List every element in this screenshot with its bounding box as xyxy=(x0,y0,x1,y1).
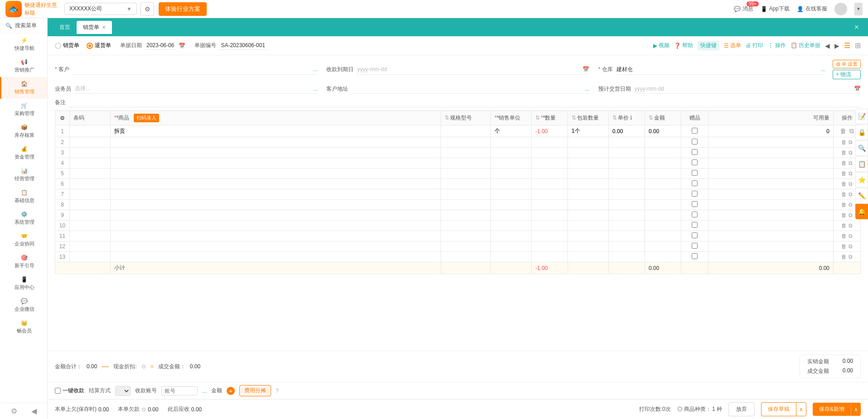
expense-help-icon[interactable]: ? xyxy=(276,388,279,394)
copy-icon[interactable]: ⧉ xyxy=(849,139,853,145)
online-service-btn[interactable]: 👤 在线客服 xyxy=(797,5,827,13)
one-click-payment-checkbox[interactable]: 一键收款 xyxy=(55,387,84,395)
delete-icon[interactable]: 🗑 xyxy=(841,202,847,208)
abandon-btn[interactable]: 放弃 xyxy=(728,402,755,416)
warehouse-dots[interactable]: ... xyxy=(821,66,825,72)
action-select[interactable]: ☰ 选单 xyxy=(724,42,741,49)
gift-checkbox[interactable] xyxy=(692,253,698,259)
order-no-value[interactable]: SA-20230606-001 xyxy=(219,41,267,50)
settings-gear-btn[interactable]: ⚙ xyxy=(141,2,154,16)
copy-icon[interactable]: ⧉ xyxy=(849,127,854,135)
cell-qty[interactable]: -1.00 xyxy=(532,125,568,137)
save-new-btn[interactable]: 保存&新增 xyxy=(813,403,851,416)
copy-icon[interactable]: ⧉ xyxy=(849,191,853,197)
avatar[interactable] xyxy=(834,3,847,15)
float-btn-search[interactable]: 🔍 xyxy=(855,140,868,156)
delete-icon[interactable]: 🗑 xyxy=(841,139,847,145)
action-video[interactable]: ▶ 视频 xyxy=(653,42,669,49)
company-selector[interactable]: XXXXXX公司 ▼ xyxy=(64,3,137,15)
action-print[interactable]: 🖨 打印 xyxy=(746,42,763,49)
salesperson-dots[interactable]: ... xyxy=(313,86,317,92)
delete-icon[interactable]: 🗑 xyxy=(841,233,847,239)
sidebar-item-system[interactable]: ⚙️ 系统管理 xyxy=(0,207,47,229)
gift-checkbox[interactable] xyxy=(692,232,698,238)
tab-home[interactable]: 首页 xyxy=(53,21,77,34)
sidebar-item-quick-nav[interactable]: ⚡ 快捷导航 xyxy=(0,34,47,55)
copy-icon[interactable]: ⧉ xyxy=(849,181,853,187)
gift-checkbox[interactable] xyxy=(692,243,698,249)
customer-input[interactable]: ... xyxy=(73,65,317,75)
delete-icon[interactable]: 🗑 xyxy=(841,149,847,156)
sidebar-item-sales[interactable]: 🏠 销售管理 xyxy=(0,77,47,99)
sidebar-item-enterprise[interactable]: 🤝 企业协同 xyxy=(0,229,47,251)
action-help[interactable]: ❓ 帮助 xyxy=(674,42,693,49)
sidebar-item-wechat[interactable]: 💬 企业微信 xyxy=(0,294,47,316)
delete-icon[interactable]: 🗑 xyxy=(841,160,847,166)
action-history[interactable]: 📋 历史单据 xyxy=(790,42,820,49)
save-new-expand-btn[interactable]: ∧ xyxy=(851,403,861,416)
radio-sales-order[interactable]: 销货单 xyxy=(55,42,79,49)
expected-date-input[interactable]: yyyy-mm-dd 📅 xyxy=(635,84,861,94)
gift-checkbox[interactable] xyxy=(692,139,698,144)
cell-price[interactable]: 0.00 xyxy=(609,125,645,137)
sidebar-item-purchase[interactable]: 🛒 采购管理 xyxy=(0,99,47,120)
sidebar-item-marketing[interactable]: 📢 营销推广 xyxy=(0,55,47,77)
copy-icon[interactable]: ⧉ xyxy=(849,243,853,250)
sidebar-item-guide[interactable]: 🎯 新手引导 xyxy=(0,251,47,273)
delete-icon[interactable]: 🗑 xyxy=(841,254,847,260)
cell-product[interactable]: 拆贡 xyxy=(111,125,441,137)
settings-action-btn[interactable]: ⚙ ⚙ 设置 xyxy=(833,60,861,68)
app-download-btn[interactable]: 📱 App下载 xyxy=(761,5,790,13)
sidebar-item-operations[interactable]: 📊 经营管理 xyxy=(0,164,47,186)
float-btn-orange[interactable]: 🔔 xyxy=(855,204,868,219)
payment-method-select[interactable] xyxy=(115,386,131,396)
scan-btn[interactable]: 扫码录入 xyxy=(134,114,159,122)
trial-btn[interactable]: 体验行业方案 xyxy=(159,2,207,16)
cell-barcode[interactable] xyxy=(70,125,111,137)
delete-icon[interactable]: 🗑 xyxy=(840,127,846,135)
warehouse-input[interactable]: 建材仓 ... xyxy=(616,65,825,75)
account-input[interactable] xyxy=(161,386,198,395)
next-icon[interactable]: ▶ xyxy=(834,42,839,49)
gift-checkbox[interactable] xyxy=(692,159,698,165)
copy-icon[interactable]: ⧉ xyxy=(849,254,853,260)
view-list-icon[interactable]: ☰ xyxy=(844,41,850,50)
sidebar-item-basic-info[interactable]: 📋 基础信息 xyxy=(0,186,47,207)
float-btn-lock[interactable]: 🔒 xyxy=(855,125,868,140)
col-gear-header[interactable]: ⚙ xyxy=(55,111,70,125)
sidebar-collapse-icon[interactable]: ◀ xyxy=(31,407,37,415)
help-icon2[interactable]: ⊙ xyxy=(141,406,146,413)
prev-icon[interactable]: ◀ xyxy=(825,42,830,49)
copy-icon[interactable]: ⧉ xyxy=(849,233,853,239)
delete-icon[interactable]: 🗑 xyxy=(841,212,847,218)
float-btn-edit[interactable]: 📝 xyxy=(855,109,868,124)
sidebar-item-app-center[interactable]: 📱 应用中心 xyxy=(0,273,47,294)
price-info-icon[interactable]: ℹ xyxy=(630,115,632,121)
copy-icon[interactable]: ⧉ xyxy=(849,149,853,156)
address-dots[interactable]: ... xyxy=(585,86,589,92)
delete-icon[interactable]: 🗑 xyxy=(841,181,847,187)
tab-sales-order[interactable]: 销货单 × xyxy=(77,21,112,34)
product-type-info[interactable]: ◎ 商品种类： 1 种 xyxy=(677,405,722,413)
radio-return-order[interactable]: 退货单 xyxy=(87,42,111,49)
delete-icon[interactable]: 🗑 xyxy=(841,243,847,250)
date-value[interactable]: 2023-06-06 xyxy=(145,41,176,50)
sidebar-item-finance[interactable]: 💰 资金管理 xyxy=(0,142,47,164)
gift-checkbox[interactable] xyxy=(692,201,698,207)
copy-icon[interactable]: ⧉ xyxy=(849,170,853,177)
dots-btn[interactable]: ... xyxy=(202,388,207,394)
expense-split-btn[interactable]: 费用分摊 xyxy=(239,385,271,396)
cell-pkgqty[interactable]: 1个 xyxy=(568,125,609,137)
gift-checkbox[interactable] xyxy=(692,222,698,228)
search-menu-btn[interactable]: 🔍 搜索菜单 xyxy=(0,18,47,34)
copy-icon[interactable]: ⧉ xyxy=(849,222,853,229)
calendar-icon[interactable]: 📅 xyxy=(179,43,185,49)
copy-icon[interactable]: ⧉ xyxy=(849,202,853,208)
cell-gift[interactable] xyxy=(681,125,708,137)
delete-icon[interactable]: 🗑 xyxy=(841,170,847,177)
sidebar-item-member[interactable]: 👑 畅会员 xyxy=(0,316,47,338)
float-btn-star[interactable]: ⭐ xyxy=(855,172,868,188)
action-shortcut[interactable]: 快捷键 xyxy=(698,41,719,50)
gift-checkbox[interactable] xyxy=(692,180,698,186)
delete-icon[interactable]: 🗑 xyxy=(841,191,847,197)
